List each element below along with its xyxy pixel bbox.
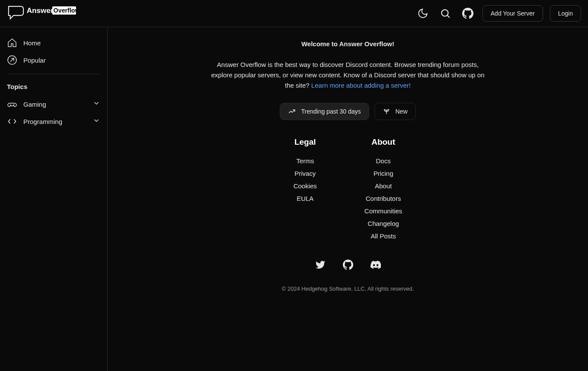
topics-heading: Topics (7, 79, 100, 95)
sidebar-divider (7, 74, 100, 74)
footer-heading-legal: Legal (294, 137, 317, 147)
footer-link-about[interactable]: About (364, 180, 403, 192)
copyright: © 2024 Hedgehog Software, LLC. All right… (115, 285, 581, 292)
layout: Home Popular Topics Gaming (0, 27, 588, 371)
twitter-icon (315, 260, 326, 270)
social-row (115, 260, 581, 272)
footer-link-changelog[interactable]: Changelog (364, 217, 403, 230)
chevron-down-icon (93, 117, 100, 126)
svg-point-3 (441, 10, 448, 16)
filter-trending[interactable]: Trending past 30 days (280, 103, 369, 120)
main-content: Welcome to Answer Overflow! Answer Overf… (108, 27, 588, 371)
footer-link-cookies[interactable]: Cookies (294, 180, 317, 192)
svg-text:Answer: Answer (27, 6, 54, 15)
filter-label: Trending past 30 days (301, 108, 361, 115)
sidebar-item-label: Popular (23, 57, 46, 64)
sidebar: Home Popular Topics Gaming (0, 27, 108, 371)
footer-link-privacy[interactable]: Privacy (294, 167, 317, 180)
footer-links: Legal Terms Privacy Cookies EULA About D… (115, 137, 581, 242)
welcome-section: Welcome to Answer Overflow! Answer Overf… (210, 40, 486, 91)
learn-more-link[interactable]: Learn more about adding a server! (311, 82, 411, 89)
chevron-down-icon (93, 99, 100, 109)
trending-up-icon (288, 108, 296, 115)
footer-col-about: About Docs Pricing About Contributors Co… (364, 137, 403, 242)
footer-link-docs[interactable]: Docs (364, 155, 403, 167)
topic-item-programming[interactable]: Programming (7, 113, 100, 130)
header-actions: Add Your Server Login (415, 5, 581, 22)
svg-point-8 (14, 105, 14, 105)
login-button[interactable]: Login (550, 5, 581, 22)
sidebar-item-home[interactable]: Home (7, 34, 100, 51)
filter-label: New (396, 108, 408, 115)
theme-toggle[interactable] (415, 6, 431, 21)
footer-link-communities[interactable]: Communities (364, 205, 403, 217)
moon-icon (417, 8, 428, 19)
home-icon (7, 38, 17, 48)
code-icon (7, 116, 17, 127)
discord-icon (371, 260, 381, 270)
arrow-up-right-icon (7, 55, 17, 65)
footer-heading-about: About (364, 137, 403, 147)
social-twitter[interactable] (315, 260, 326, 272)
footer-link-contributors[interactable]: Contributors (364, 192, 403, 205)
topic-item-gaming[interactable]: Gaming (7, 95, 100, 113)
sidebar-item-popular[interactable]: Popular (7, 51, 100, 69)
footer-col-legal: Legal Terms Privacy Cookies EULA (294, 137, 317, 242)
logo[interactable]: Answer Overflow (7, 5, 77, 22)
footer-link-eula[interactable]: EULA (294, 192, 317, 205)
github-link[interactable] (460, 6, 476, 21)
search-button[interactable] (438, 6, 453, 21)
filter-new[interactable]: New (374, 103, 416, 120)
social-discord[interactable] (371, 260, 381, 272)
svg-text:Overflow: Overflow (54, 7, 77, 14)
header: Answer Overflow Add Your Server Login (0, 0, 588, 27)
sidebar-item-label: Home (23, 39, 41, 47)
github-icon (462, 8, 473, 19)
welcome-title: Welcome to Answer Overflow! (210, 40, 486, 48)
github-icon (343, 260, 353, 270)
social-github[interactable] (343, 260, 353, 272)
welcome-text: Answer Overflow is the best way to disco… (210, 60, 486, 91)
search-icon (440, 8, 451, 19)
filter-row: Trending past 30 days New (280, 103, 415, 120)
footer-link-allposts[interactable]: All Posts (364, 230, 403, 242)
topic-label: Programming (23, 118, 62, 125)
sprout-icon (383, 108, 390, 115)
footer-link-pricing[interactable]: Pricing (364, 167, 403, 180)
footer-link-terms[interactable]: Terms (294, 155, 317, 167)
gamepad-icon (7, 99, 17, 109)
topic-label: Gaming (23, 101, 46, 108)
add-server-button[interactable]: Add Your Server (483, 5, 543, 22)
svg-line-4 (447, 15, 449, 17)
